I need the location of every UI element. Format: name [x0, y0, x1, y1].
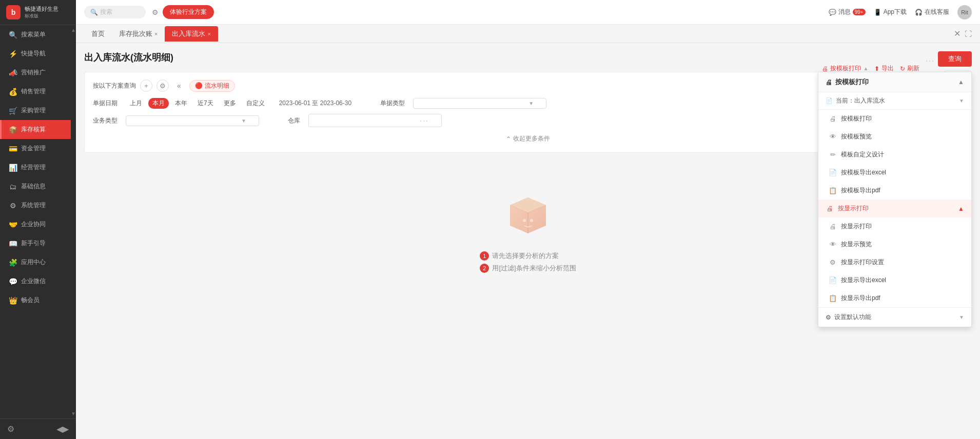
step-2-num: 2: [480, 264, 489, 273]
sidebar-item-quick-nav[interactable]: ⚡ 快捷导航: [0, 44, 71, 63]
dropdown-item-display-print[interactable]: 🖨 按显示打印: [818, 217, 971, 235]
message-badge: 99+: [853, 9, 866, 15]
quick-nav-icon: ⚡: [9, 50, 17, 58]
dropdown-item-template-print[interactable]: 🖨 按模板打印: [818, 110, 971, 128]
dropdown-item-template-preview[interactable]: 👁 按模板预览: [818, 128, 971, 146]
dropdown-item-template-pdf[interactable]: 📋 按模板导出pdf: [818, 182, 971, 199]
tab-flow[interactable]: 出入库流水 ×: [165, 26, 218, 42]
page-actions: 🖨 按模板打印 ▲ ⬆ 导出 ↻ 刷新 🖨 按模板打印: [822, 51, 972, 86]
app-logo: b 畅捷通好生意 标准版: [0, 0, 76, 25]
settings-footer-icon[interactable]: ⚙: [7, 424, 14, 434]
warehouse-more-icon[interactable]: ···: [420, 116, 429, 125]
app-download-action[interactable]: 📱 App下载: [874, 8, 907, 16]
dropdown-item-display-preview[interactable]: 👁 按显示预览: [818, 235, 971, 253]
date-btn-this-month[interactable]: 本月: [148, 98, 169, 109]
message-icon: 💬: [829, 9, 836, 16]
sidebar-item-inventory[interactable]: 📦 库存核算: [0, 120, 71, 139]
sidebar-item-finance[interactable]: 💳 资金管理: [0, 139, 71, 158]
dropdown-title: 🖨 按模板打印: [826, 77, 869, 87]
filter-biz-type-select[interactable]: ▼: [126, 115, 259, 126]
dropdown-header: 🖨 按模板打印 ▲: [818, 72, 971, 92]
sidebar-item-search[interactable]: 🔍 搜索菜单: [0, 25, 71, 44]
display-excel-icon: 📄: [829, 276, 837, 284]
date-btn-last-month[interactable]: 上月: [126, 98, 146, 109]
display-settings-icon: ⚙: [829, 258, 837, 266]
template-excel-icon: 📄: [829, 169, 837, 176]
sidebar-item-guide[interactable]: 📖 新手引导: [0, 234, 71, 253]
tab-batch-close[interactable]: ×: [154, 31, 158, 37]
tabbar-right: ✕ ⛶: [954, 29, 972, 38]
dropdown-footer[interactable]: ⚙ 设置默认功能 ▼: [818, 307, 971, 327]
filter-doc-type-label: 单据类型: [380, 99, 405, 108]
sidebar-item-basic[interactable]: 🗂 基础信息: [0, 177, 71, 196]
logo-icon: b: [6, 5, 21, 19]
topbar-right: 💬 消息 99+ 📱 App下载 🎧 在线客服 Rit: [829, 5, 972, 19]
more-options-btn[interactable]: ...: [926, 55, 935, 63]
sidebar-scrollbar: ▲ ▼: [71, 25, 76, 418]
filter-collapse-btn[interactable]: «: [173, 79, 185, 92]
tab-home[interactable]: 首页: [84, 26, 112, 42]
filter-date-label: 单据日期: [93, 99, 117, 108]
dropdown-sub-arrow-icon[interactable]: ▼: [959, 98, 964, 104]
cooperation-icon: 🤝: [9, 221, 17, 229]
refresh-icon: ↻: [900, 65, 905, 72]
sidebar-item-system[interactable]: ⚙ 系统管理: [0, 196, 71, 215]
query-button[interactable]: 查询: [938, 51, 972, 67]
footer-settings-icon: ⚙: [826, 314, 831, 321]
template-custom-icon: ✏: [829, 151, 837, 158]
empty-box-illustration: [502, 190, 554, 241]
main-area: 🔍 搜索 ⚙ 体验行业方案 💬 消息 99+ 📱 App下载 🎧 在线客服 Ri…: [76, 0, 980, 439]
sidebar-scroll-down[interactable]: ▼: [71, 411, 76, 416]
sidebar-item-purchase[interactable]: 🛒 采购管理: [0, 101, 71, 120]
user-avatar[interactable]: Rit: [957, 5, 972, 19]
sidebar-item-app-center[interactable]: 🧩 应用中心: [0, 253, 71, 272]
dropdown-item-display-settings[interactable]: ⚙ 按显示打印设置: [818, 253, 971, 271]
sidebar-item-member[interactable]: 👑 畅会员: [0, 291, 71, 310]
date-btn-this-year[interactable]: 本年: [171, 98, 191, 109]
tabbar-close-all[interactable]: ✕: [954, 29, 961, 38]
dropdown-item-display-pdf[interactable]: 📋 按显示导出pdf: [818, 289, 971, 307]
dropdown-item-template-custom[interactable]: ✏ 模板自定义设计: [818, 146, 971, 164]
filter-tag-shuimingxi[interactable]: 🔴 流水明细: [189, 80, 235, 92]
online-service-action[interactable]: 🎧 在线客服: [915, 8, 949, 16]
inventory-icon: 📦: [9, 126, 17, 134]
filter-tag-icon: 🔴: [195, 82, 203, 89]
dropdown-display-section-header[interactable]: 🖨 按显示打印 ▲: [818, 199, 971, 217]
filter-warehouse-select[interactable]: ···: [308, 114, 442, 127]
dropdown-item-display-excel[interactable]: 📄 按显示导出excel: [818, 271, 971, 289]
message-action[interactable]: 💬 消息 99+: [829, 8, 866, 16]
footer-arrow-icon: ▼: [959, 314, 964, 320]
empty-step-2: 2 用[过滤]条件来缩小分析范围: [480, 264, 576, 273]
trial-button[interactable]: 体验行业方案: [163, 5, 214, 19]
tab-batch[interactable]: 库存批次账 ×: [112, 26, 165, 42]
sidebar-item-sales[interactable]: 💰 销售管理: [0, 82, 71, 101]
filter-date-range: 2023-06-01 至 2023-06-30: [279, 99, 351, 108]
topbar-gear-icon[interactable]: ⚙: [152, 8, 159, 16]
date-btn-custom[interactable]: 自定义: [242, 98, 269, 109]
filter-settings-btn[interactable]: ⚙: [156, 79, 169, 92]
topbar-search-box[interactable]: 🔍 搜索: [84, 6, 146, 18]
collapse-sidebar-icon[interactable]: ◀▶: [56, 424, 69, 434]
purchase-icon: 🛒: [9, 107, 17, 115]
sidebar-item-wechat[interactable]: 💬 企业微信: [0, 272, 71, 291]
sidebar-scroll-up[interactable]: ▲: [71, 27, 76, 33]
sidebar-item-cooperation[interactable]: 🤝 企业协同: [0, 215, 71, 234]
doc-type-arrow-icon: ▼: [528, 101, 534, 106]
display-preview-icon: 👁: [829, 241, 837, 248]
sidebar-item-operation[interactable]: 📊 经营管理: [0, 158, 71, 177]
member-icon: 👑: [9, 296, 17, 305]
tabbar-expand[interactable]: ⛶: [965, 30, 972, 38]
empty-steps: 1 请先选择要分析的方案 2 用[过滤]条件来缩小分析范围: [480, 251, 576, 276]
date-btn-more[interactable]: 更多: [220, 98, 240, 109]
dropdown-item-template-excel[interactable]: 📄 按模板导出excel: [818, 164, 971, 182]
filter-add-btn[interactable]: +: [140, 79, 152, 92]
dropdown-collapse-btn[interactable]: ▲: [958, 78, 964, 86]
tab-flow-close[interactable]: ×: [207, 31, 210, 37]
template-icon: 📄: [826, 97, 833, 104]
date-btn-7days[interactable]: 近7天: [193, 98, 218, 109]
search-icon: 🔍: [90, 9, 98, 16]
dropdown-print-icon: 🖨: [826, 78, 832, 86]
sidebar-item-marketing[interactable]: 📣 营销推广: [0, 63, 71, 82]
message-label: 消息: [838, 8, 851, 16]
filter-doc-type-select[interactable]: ▼: [413, 98, 546, 109]
